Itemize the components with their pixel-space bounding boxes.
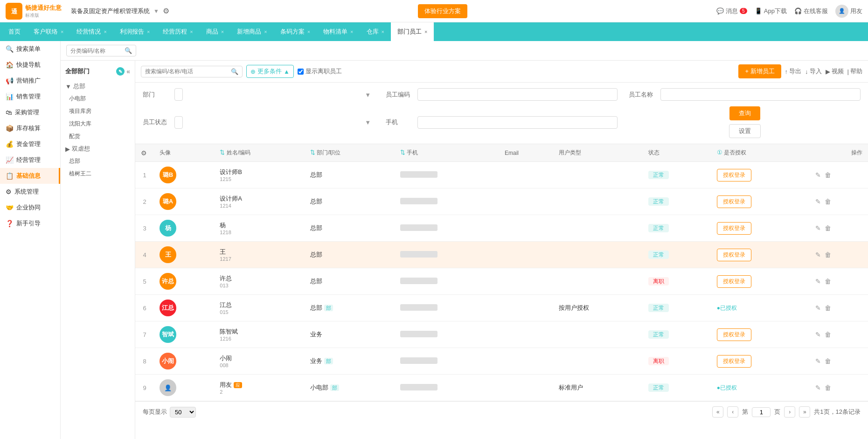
page-size-select[interactable]: 50 10 20 100 — [170, 407, 196, 418]
user-btn[interactable]: 👤 用友 — [835, 5, 862, 18]
delete-icon[interactable]: 🗑 — [825, 357, 831, 365]
online-service-btn[interactable]: 🎧 在线客服 — [794, 7, 828, 15]
nav-tab-条码方案[interactable]: 条码方案× — [274, 22, 317, 41]
sidebar-item-企业协同[interactable]: 🤝企业协同 — [0, 200, 60, 216]
emp-code-input[interactable] — [417, 88, 618, 101]
dept-item-project[interactable]: 项目库房 — [61, 105, 135, 118]
th-settings[interactable]: ⚙ — [135, 144, 154, 162]
nav-tab-部门员工[interactable]: 部门员工× — [391, 22, 434, 41]
more-filter-btn[interactable]: ⊕ 更多条件 ▲ — [246, 65, 294, 78]
auth-login-btn[interactable]: 授权登录 — [717, 222, 751, 235]
nav-tab-仓库[interactable]: 仓库× — [360, 22, 391, 41]
delete-icon[interactable]: 🗑 — [825, 251, 831, 258]
sort-icon-phone[interactable]: ⇅ — [400, 149, 405, 156]
close-tab-icon[interactable]: × — [424, 29, 427, 35]
delete-icon[interactable]: 🗑 — [825, 224, 831, 232]
app-download-btn[interactable]: 📱 App下载 — [755, 7, 787, 15]
dept-group-title-shuang[interactable]: ▶ 双虐想 — [61, 143, 135, 155]
dept-edit-icon[interactable]: ✎ — [116, 67, 125, 76]
auth-login-btn[interactable]: 授权登录 — [717, 275, 751, 288]
sidebar-item-销售管理[interactable]: 📊销售管理 — [0, 89, 60, 105]
edit-icon[interactable]: ✎ — [815, 171, 821, 179]
delete-icon[interactable]: 🗑 — [825, 384, 831, 391]
next-page-btn[interactable]: › — [784, 406, 795, 418]
delete-icon[interactable]: 🗑 — [825, 304, 831, 312]
edit-icon[interactable]: ✎ — [815, 278, 821, 285]
message-btn[interactable]: 💬 消息 5 — [716, 7, 747, 15]
dept-item-shenyang[interactable]: 沈阳大库 — [61, 118, 135, 130]
auth-login-btn[interactable]: 授权登录 — [717, 169, 751, 181]
sidebar-item-快捷导航[interactable]: 🏠快捷导航 — [0, 57, 60, 73]
auth-login-btn[interactable]: 授权登录 — [717, 195, 751, 208]
dept-group-title-main[interactable]: ▼ 总部 — [61, 80, 135, 92]
first-page-btn[interactable]: « — [712, 406, 723, 418]
edit-icon[interactable]: ✎ — [815, 357, 821, 365]
all-depts-label[interactable]: 全部部门 — [65, 67, 90, 76]
sidebar-item-资金管理[interactable]: 💰资金管理 — [0, 136, 60, 152]
edit-icon[interactable]: ✎ — [815, 331, 821, 338]
auth-login-btn[interactable]: 授权登录 — [717, 249, 751, 261]
close-tab-icon[interactable]: × — [350, 29, 353, 35]
settings-icon[interactable]: ⚙ — [141, 149, 147, 157]
nav-tab-客户联络[interactable]: 客户联络× — [27, 22, 70, 41]
nav-tab-经营情况[interactable]: 经营情况× — [70, 22, 113, 41]
nav-tab-新增商品[interactable]: 新增商品× — [230, 22, 273, 41]
delete-icon[interactable]: 🗑 — [825, 198, 831, 205]
dept-item-zongbu[interactable]: 总部 — [61, 155, 135, 167]
edit-icon[interactable]: ✎ — [815, 198, 821, 205]
delete-icon[interactable]: 🗑 — [825, 331, 831, 338]
prev-page-btn[interactable]: ‹ — [727, 406, 738, 418]
delete-icon[interactable]: 🗑 — [825, 278, 831, 285]
help-btn[interactable]: | 帮助 — [847, 67, 862, 76]
sidebar-item-基础信息[interactable]: 📋基础信息 — [0, 168, 60, 184]
delete-icon[interactable]: 🗑 — [825, 171, 831, 179]
sort-icon-dept[interactable]: ⇅ — [310, 149, 315, 156]
sidebar-item-库存核算[interactable]: 📦库存核算 — [0, 120, 60, 136]
emp-name-input[interactable] — [660, 88, 861, 101]
classify-search-icon[interactable]: 🔍 — [125, 47, 132, 54]
dept-item-xiaodian[interactable]: 小电部 — [61, 92, 135, 105]
edit-icon[interactable]: ✎ — [815, 304, 821, 312]
search-icon[interactable]: 🔍 — [231, 68, 238, 75]
close-tab-icon[interactable]: × — [382, 29, 384, 35]
nav-tab-利润报告[interactable]: 利润报告× — [113, 22, 156, 41]
dropdown-arrow-icon[interactable]: ▼ — [153, 8, 159, 14]
dept-item-zhishu[interactable]: 植树王二 — [61, 167, 135, 180]
last-page-btn[interactable]: » — [799, 406, 810, 418]
add-employee-btn[interactable]: + 新增员工 — [738, 64, 781, 78]
query-btn[interactable]: 查询 — [729, 106, 760, 120]
show-resigned-checkbox[interactable] — [298, 69, 304, 75]
search-input[interactable] — [145, 68, 229, 75]
nav-tab-物料清单[interactable]: 物料清单× — [317, 22, 360, 41]
close-tab-icon[interactable]: × — [190, 29, 193, 35]
page-number-input[interactable] — [752, 407, 771, 417]
sidebar-item-搜索菜单[interactable]: 🔍搜索菜单 — [0, 41, 60, 57]
sidebar-item-营销推广[interactable]: 📢营销推广 — [0, 73, 60, 89]
dept-filter-select[interactable] — [174, 88, 183, 101]
nav-tab-首页[interactable]: 首页 — [2, 22, 27, 41]
close-tab-icon[interactable]: × — [221, 29, 224, 35]
sidebar-item-新手引导[interactable]: ❓新手引导 — [0, 216, 60, 231]
auth-login-btn[interactable]: 授权登录 — [717, 355, 751, 368]
classify-search-input[interactable] — [70, 48, 123, 54]
video-btn[interactable]: ▶ 视频 — [826, 67, 844, 76]
emp-status-select[interactable] — [174, 116, 183, 129]
dept-item-peihuo[interactable]: 配货 — [61, 130, 135, 143]
sidebar-item-采购管理[interactable]: 🛍采购管理 — [0, 105, 60, 120]
experience-btn[interactable]: 体验行业方案 — [418, 4, 467, 18]
set-btn[interactable]: 设置 — [729, 124, 761, 138]
edit-icon[interactable]: ✎ — [815, 384, 821, 391]
sidebar-item-系统管理[interactable]: ⚙系统管理 — [0, 184, 60, 200]
phone-input[interactable] — [417, 116, 618, 129]
export-btn[interactable]: ↑ 导出 — [785, 67, 802, 76]
auth-login-btn[interactable]: 授权登录 — [717, 328, 751, 341]
edit-icon[interactable]: ✎ — [815, 251, 821, 258]
close-tab-icon[interactable]: × — [61, 29, 63, 35]
close-tab-icon[interactable]: × — [104, 29, 106, 35]
nav-tab-商品[interactable]: 商品× — [200, 22, 230, 41]
nav-tab-经营历程[interactable]: 经营历程× — [156, 22, 199, 41]
dept-collapse-icon[interactable]: « — [126, 68, 130, 75]
close-tab-icon[interactable]: × — [147, 29, 150, 35]
gear-icon[interactable]: ⚙ — [163, 7, 169, 15]
sidebar-item-经营管理[interactable]: 📈经营管理 — [0, 152, 60, 168]
